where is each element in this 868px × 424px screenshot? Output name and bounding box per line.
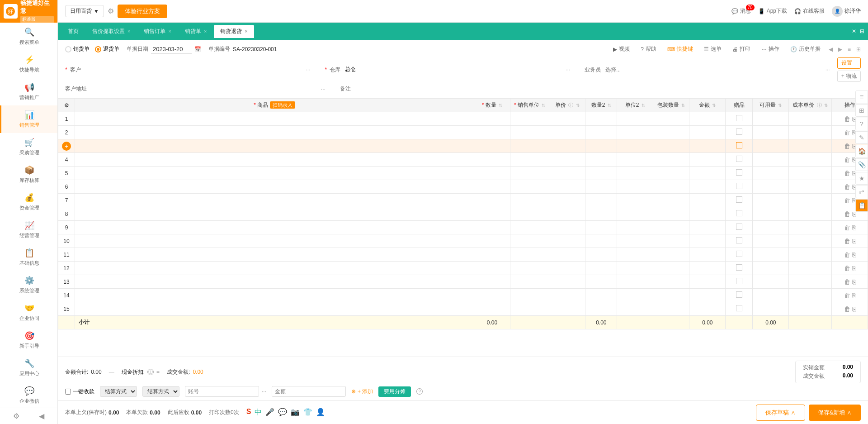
- product-cell[interactable]: [75, 112, 474, 126]
- amount-cell-new[interactable]: [689, 139, 726, 153]
- tab-sales-order[interactable]: 销售订单 ×: [137, 25, 177, 38]
- sidebar-settings-btn[interactable]: ⚙: [13, 412, 19, 420]
- right-sidebar-item-2[interactable]: ⊞: [855, 104, 868, 117]
- copy-row-icon[interactable]: ⎘: [852, 265, 856, 272]
- tab-sales[interactable]: 销货单 ×: [179, 25, 213, 38]
- unit-sort-icon[interactable]: ⇅: [542, 103, 545, 108]
- gift-checkbox[interactable]: [736, 183, 742, 189]
- copy-row-icon[interactable]: ⎘: [852, 278, 856, 286]
- delete-row-icon[interactable]: 🗑: [844, 115, 850, 123]
- date-input[interactable]: [151, 45, 192, 54]
- view-list-icon[interactable]: ≡: [848, 46, 851, 52]
- cash-info-icon[interactable]: ⓘ: [147, 369, 154, 375]
- help-btn[interactable]: ? 帮助: [638, 44, 659, 54]
- user-menu[interactable]: 👤 徐泽华: [832, 6, 861, 17]
- sidebar-item-finance[interactable]: 💰 资金管理: [0, 188, 57, 216]
- price-cell-new[interactable]: [549, 139, 585, 153]
- cost-sort-icon[interactable]: ⇅: [824, 103, 828, 108]
- sidebar-item-inventory[interactable]: 📦 库存核算: [0, 161, 57, 188]
- sidebar-item-business[interactable]: 📈 经营管理: [0, 216, 57, 243]
- icon-camera[interactable]: 📷: [291, 408, 300, 417]
- radio-sales[interactable]: 销货单: [65, 45, 90, 53]
- save-new-btn[interactable]: 保存&新增 ∧: [809, 405, 861, 421]
- copy-row-icon[interactable]: ⎘: [852, 292, 856, 299]
- right-sidebar-item-1[interactable]: ≡: [855, 91, 868, 103]
- icon-person[interactable]: 👤: [316, 408, 325, 417]
- avail-sort-icon[interactable]: ⇅: [778, 103, 782, 108]
- gift-checkbox[interactable]: [736, 291, 742, 298]
- address-input[interactable]: [90, 85, 318, 93]
- qty2-sort-icon[interactable]: ⇅: [608, 103, 611, 108]
- th-gear[interactable]: ⚙: [58, 99, 75, 112]
- qty-cell-new[interactable]: [474, 139, 510, 153]
- delete-row-icon[interactable]: 🗑: [844, 129, 850, 136]
- salesperson-more-icon[interactable]: ···: [826, 67, 830, 73]
- delete-row-icon[interactable]: 🗑: [844, 170, 850, 177]
- gift-cell[interactable]: [726, 112, 753, 126]
- delete-row-icon[interactable]: 🗑: [844, 292, 850, 299]
- sidebar-item-sales[interactable]: 📊 销售管理: [0, 105, 57, 133]
- right-sidebar-item-8[interactable]: ⇄: [855, 186, 868, 198]
- qty-cell[interactable]: [474, 126, 510, 139]
- nav-prev-icon[interactable]: ◀: [829, 46, 833, 52]
- delete-row-icon[interactable]: 🗑: [844, 278, 850, 286]
- delete-row-icon[interactable]: 🗑: [844, 265, 850, 272]
- gift-checkbox[interactable]: [736, 210, 742, 216]
- one-key-pay-check[interactable]: 一键收款: [65, 388, 94, 395]
- delete-row-icon[interactable]: 🗑: [844, 210, 850, 218]
- ops-btn[interactable]: ⋯ 操作: [759, 44, 782, 54]
- gift-checkbox[interactable]: [736, 251, 742, 257]
- radio-return[interactable]: 退货单: [95, 45, 119, 53]
- gift-cell[interactable]: [726, 126, 753, 139]
- settle-method-select[interactable]: 结算方式: [100, 386, 137, 397]
- pack-cell-new[interactable]: [653, 139, 689, 153]
- save-draft-btn[interactable]: 保存草稿 ∧: [756, 405, 805, 421]
- right-sidebar-item-4[interactable]: ✎: [855, 131, 868, 144]
- print-btn[interactable]: 🖨 打印: [730, 44, 753, 54]
- customer-input[interactable]: [84, 66, 303, 74]
- gift-checkbox[interactable]: [736, 264, 742, 271]
- icon-chat[interactable]: 💬: [278, 408, 287, 417]
- unit-cell[interactable]: [510, 126, 549, 139]
- settings-btn[interactable]: 设置: [837, 57, 861, 69]
- pack-cell[interactable]: [653, 112, 689, 126]
- settings-gear-icon[interactable]: ⚙: [108, 7, 114, 15]
- right-sidebar-item-6[interactable]: 📎: [855, 158, 868, 171]
- gift-cell-new[interactable]: [726, 139, 753, 153]
- warehouse-more-icon[interactable]: ···: [566, 67, 570, 73]
- delete-row-icon[interactable]: 🗑: [844, 305, 850, 313]
- one-key-checkbox[interactable]: [65, 389, 71, 395]
- unit2-cell[interactable]: [617, 112, 653, 126]
- add-row-btn[interactable]: +: [62, 142, 71, 151]
- qty2-cell-new[interactable]: [585, 139, 617, 153]
- amount-cell[interactable]: [689, 112, 726, 126]
- unit2-cell-new[interactable]: [617, 139, 653, 153]
- right-sidebar-item-7[interactable]: ★: [855, 172, 868, 185]
- add-payment-btn[interactable]: ⊕ + 添加: [351, 388, 373, 395]
- gift-checkbox[interactable]: [736, 129, 742, 135]
- sidebar-item-search[interactable]: 🔍 搜索菜单: [0, 23, 57, 50]
- copy-row-icon[interactable]: ⎘: [852, 305, 856, 313]
- product-cell[interactable]: [75, 126, 474, 139]
- icon-mic[interactable]: 🎤: [265, 408, 274, 417]
- customer-more-icon[interactable]: ···: [306, 67, 311, 73]
- service-btn[interactable]: 🎧 在线客服: [794, 7, 825, 15]
- amount-cell[interactable]: [689, 126, 726, 139]
- delete-row-icon[interactable]: 🗑: [844, 197, 850, 204]
- amount-sort-icon[interactable]: ⇅: [712, 103, 716, 108]
- sidebar-item-wechat[interactable]: 💬 企业微信: [0, 381, 57, 408]
- delete-row-icon[interactable]: 🗑: [844, 143, 850, 150]
- gift-checkbox[interactable]: [736, 169, 742, 176]
- tab-window-close-icon[interactable]: ✕: [852, 28, 856, 34]
- qty-sort-icon[interactable]: ⇅: [499, 103, 502, 108]
- delete-row-icon[interactable]: 🗑: [844, 156, 850, 163]
- tab-sales-return[interactable]: 销货退货 ×: [214, 25, 254, 38]
- tab-close-icon[interactable]: ×: [245, 29, 247, 34]
- expense-info-icon[interactable]: ?: [416, 388, 423, 395]
- amount-input[interactable]: [272, 386, 346, 397]
- unit2-cell[interactable]: [617, 126, 653, 139]
- qty2-cell[interactable]: [585, 112, 617, 126]
- salesperson-input[interactable]: [604, 66, 823, 74]
- icon-shirt[interactable]: 👕: [303, 408, 312, 417]
- calc-method-select[interactable]: 结算方式: [142, 386, 179, 397]
